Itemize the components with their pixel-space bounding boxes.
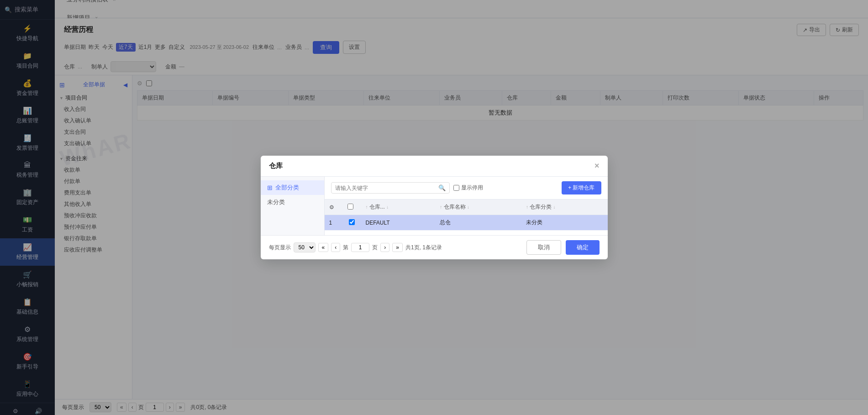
modal-title: 仓库: [269, 162, 283, 170]
modal-toolbar: 🔍 显示停用 + 新增仓库: [325, 177, 608, 200]
modal-left-item-label: 全部分类: [275, 184, 299, 192]
modal-body: ⊞全部分类未分类 🔍 显示停用 + 新增仓库: [261, 177, 608, 235]
modal-th-code: ↑ 仓库... ↓: [361, 200, 436, 215]
modal-row-code: DEFAULT: [361, 215, 436, 231]
modal-page-size-label: 每页显示: [269, 244, 291, 252]
modal-th-gear[interactable]: ⚙: [325, 200, 343, 215]
modal-prev-page-btn[interactable]: ‹: [331, 243, 340, 252]
modal-close-button[interactable]: ×: [594, 161, 600, 171]
modal-table-body: 1 DEFAULT 总仓 未分类: [325, 215, 608, 231]
modal-confirm-button[interactable]: 确定: [566, 240, 600, 255]
modal-th-name: ↑ 仓库名称 ↓: [435, 200, 521, 215]
modal-row-checkbox[interactable]: [349, 219, 355, 225]
modal-table-area: ⚙ ↑ 仓库... ↓ ↑ 仓库名称 ↓ ↑ 仓库分类 ↓ 1 DEFAULT …: [325, 200, 608, 235]
modal-left-panel: ⊞全部分类未分类: [261, 177, 325, 235]
modal-search-icon: 🔍: [438, 184, 446, 191]
modal-search-input[interactable]: [335, 185, 436, 191]
modal-search-box: 🔍: [331, 182, 450, 194]
modal-page-size-select[interactable]: 50: [294, 242, 316, 252]
modal-page-input[interactable]: [351, 243, 369, 252]
sort-up-icon: ↑: [366, 205, 368, 210]
modal-row-id: 1: [325, 215, 343, 231]
modal-show-disabled-text: 显示停用: [461, 184, 483, 192]
modal-actions: 取消 确定: [526, 240, 600, 255]
modal-table: ⚙ ↑ 仓库... ↓ ↑ 仓库名称 ↓ ↑ 仓库分类 ↓ 1 DEFAULT …: [325, 200, 608, 231]
modal-show-disabled-checkbox[interactable]: [453, 185, 459, 191]
modal-row-category: 未分类: [521, 215, 608, 231]
modal-cancel-button[interactable]: 取消: [526, 240, 561, 255]
modal-pager: 每页显示 50 « ‹ 第 页 › » 共1页, 1条记录: [269, 242, 442, 252]
modal-th-category: ↑ 仓库分类 ↓: [521, 200, 608, 215]
sort-down-icon2: ↓: [467, 205, 469, 210]
sort-down-icon3: ↓: [553, 205, 556, 210]
modal-right-panel: 🔍 显示停用 + 新增仓库 ⚙ ↑ 仓库... ↓: [325, 177, 608, 235]
modal-next-page-btn[interactable]: ›: [380, 243, 389, 252]
modal-left-items: ⊞全部分类未分类: [261, 180, 324, 210]
modal-show-disabled-label[interactable]: 显示停用: [453, 184, 483, 192]
modal-row-name: 总仓: [435, 215, 521, 231]
modal-table-header-row: ⚙ ↑ 仓库... ↓ ↑ 仓库名称 ↓ ↑ 仓库分类 ↓: [325, 200, 608, 215]
modal-header: 仓库 ×: [261, 156, 608, 177]
sort-down-icon: ↓: [386, 205, 389, 210]
sort-up-icon2: ↑: [440, 205, 442, 210]
modal-first-page-btn[interactable]: «: [318, 243, 329, 252]
add-warehouse-button[interactable]: + 新增仓库: [562, 181, 601, 194]
modal-left-item-未分类[interactable]: 未分类: [261, 195, 324, 210]
modal-total-label: 共1页, 1条记录: [405, 244, 442, 252]
sort-up-icon3: ↑: [526, 205, 528, 210]
modal-table-row[interactable]: 1 DEFAULT 总仓 未分类: [325, 215, 608, 231]
modal-last-page-btn[interactable]: »: [392, 243, 403, 252]
modal-left-item-全部分类[interactable]: ⊞全部分类: [261, 180, 324, 195]
modal-select-all[interactable]: [347, 204, 353, 210]
modal-page-label-pre: 第: [343, 244, 348, 252]
modal-th-checkbox: [343, 200, 361, 215]
warehouse-modal: 仓库 × ⊞全部分类未分类 🔍 显示停用 + 新增仓库: [261, 156, 608, 259]
modal-left-item-label: 未分类: [267, 198, 285, 206]
modal-overlay[interactable]: 仓库 × ⊞全部分类未分类 🔍 显示停用 + 新增仓库: [0, 0, 868, 415]
modal-footer: 每页显示 50 « ‹ 第 页 › » 共1页, 1条记录 取消 确定: [261, 235, 608, 259]
grid-icon-modal: ⊞: [267, 184, 273, 191]
modal-row-checkbox-cell: [343, 215, 361, 231]
modal-page-label: 页: [372, 244, 378, 252]
